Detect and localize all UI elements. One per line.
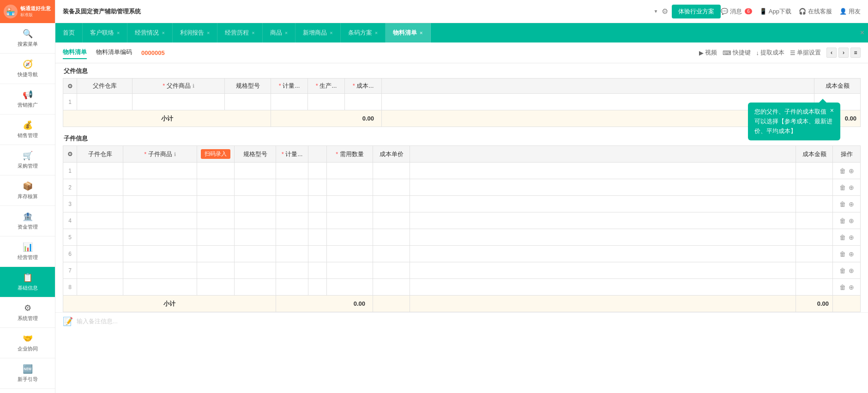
copy-icon[interactable]: ⊕ bbox=[849, 217, 854, 224]
child-row-8-unit[interactable] bbox=[276, 279, 308, 296]
sidebar-item-operations[interactable]: 📊 经营管理 bbox=[0, 236, 55, 267]
action-bill-settings[interactable]: ☰ 单据设置 bbox=[790, 48, 821, 57]
child-row-4-unit[interactable] bbox=[276, 212, 308, 229]
delete-icon[interactable]: 🗑 bbox=[839, 217, 846, 224]
nav-tab-customers[interactable]: 客户联络 × bbox=[83, 23, 127, 42]
parent-row-1-cost[interactable] bbox=[345, 94, 382, 110]
sidebar-item-inventory[interactable]: 📦 库存核算 bbox=[0, 175, 55, 206]
copy-icon[interactable]: ⊕ bbox=[849, 200, 854, 208]
child-row-3-spec[interactable] bbox=[235, 196, 276, 212]
child-row-6-spec[interactable] bbox=[235, 246, 276, 262]
copy-icon[interactable]: ⊕ bbox=[849, 267, 854, 274]
parent-row-1-warehouse[interactable] bbox=[77, 94, 133, 110]
child-row-8-product[interactable] bbox=[123, 279, 197, 296]
sidebar-item-system[interactable]: ⚙ 系统管理 bbox=[0, 297, 55, 328]
child-row-5-unit[interactable] bbox=[276, 229, 308, 246]
child-row-2-unit-cost[interactable] bbox=[373, 179, 410, 196]
child-row-3-qty[interactable] bbox=[327, 196, 373, 212]
child-row-7-product[interactable] bbox=[123, 262, 197, 279]
child-row-4-product[interactable] bbox=[123, 212, 197, 229]
child-row-1-spec[interactable] bbox=[235, 163, 276, 179]
settings-gear-icon[interactable]: ⚙ bbox=[662, 7, 668, 16]
parent-row-1-produce[interactable] bbox=[308, 94, 345, 110]
child-row-6-qty[interactable] bbox=[327, 246, 373, 262]
copy-icon[interactable]: ⊕ bbox=[849, 184, 854, 191]
child-row-2-product[interactable] bbox=[123, 179, 197, 196]
action-shortcut[interactable]: ⌨ 快捷键 bbox=[723, 48, 751, 57]
nav-tab-newgoods-close[interactable]: × bbox=[330, 30, 332, 36]
nav-tab-profit-close[interactable]: × bbox=[207, 30, 210, 36]
sidebar-item-guide[interactable]: 🆕 新手引导 bbox=[0, 358, 55, 389]
nav-tab-profit[interactable]: 利润报告 × bbox=[173, 23, 217, 42]
parent-col-settings[interactable]: ⚙ bbox=[63, 79, 77, 94]
copy-icon[interactable]: ⊕ bbox=[849, 250, 854, 258]
child-row-1-unit-cost[interactable] bbox=[373, 163, 410, 179]
nav-tab-history-close[interactable]: × bbox=[252, 30, 254, 36]
sub-tab-bom[interactable]: 物料清单 bbox=[63, 46, 87, 59]
child-row-2-unit[interactable] bbox=[276, 179, 308, 196]
delete-icon[interactable]: 🗑 bbox=[839, 284, 846, 291]
nav-tab-bom-close[interactable]: × bbox=[420, 30, 422, 36]
child-row-8-spec[interactable] bbox=[235, 279, 276, 296]
child-row-7-unit-cost[interactable] bbox=[373, 262, 410, 279]
sidebar-item-enterprise[interactable]: 🤝 企业协同 bbox=[0, 328, 55, 358]
child-row-4-warehouse[interactable] bbox=[77, 212, 123, 229]
child-row-7-spec[interactable] bbox=[235, 262, 276, 279]
child-row-3-unit-cost[interactable] bbox=[373, 196, 410, 212]
copy-icon[interactable]: ⊕ bbox=[849, 234, 854, 241]
nav-tab-history[interactable]: 经营历程 × bbox=[217, 23, 262, 42]
child-row-1-product[interactable] bbox=[123, 163, 197, 179]
delete-icon[interactable]: 🗑 bbox=[839, 267, 846, 274]
child-row-5-warehouse[interactable] bbox=[77, 229, 123, 246]
child-row-2-spec[interactable] bbox=[235, 179, 276, 196]
child-row-3-product[interactable] bbox=[123, 196, 197, 212]
tooltip-close-btn[interactable]: × bbox=[830, 107, 834, 114]
parent-row-1-unit[interactable] bbox=[271, 94, 308, 110]
system-title-arrow[interactable]: ▼ bbox=[653, 9, 658, 14]
child-row-4-qty[interactable] bbox=[327, 212, 373, 229]
copy-icon[interactable]: ⊕ bbox=[849, 167, 854, 175]
bottom-hint-text[interactable]: 输入备注信息... bbox=[77, 317, 118, 326]
sidebar-item-basic[interactable]: 📋 基础信息 bbox=[0, 267, 55, 297]
child-row-2-warehouse[interactable] bbox=[77, 179, 123, 196]
app-download-action[interactable]: 📱 App下载 bbox=[760, 7, 791, 16]
copy-icon[interactable]: ⊕ bbox=[849, 284, 854, 291]
child-row-6-unit[interactable] bbox=[276, 246, 308, 262]
child-row-6-product[interactable] bbox=[123, 246, 197, 262]
child-row-1-warehouse[interactable] bbox=[77, 163, 123, 179]
child-row-6-warehouse[interactable] bbox=[77, 246, 123, 262]
sidebar-item-quicknav[interactable]: 🧭 快捷导航 bbox=[0, 54, 55, 84]
sidebar-item-sales[interactable]: 💰 销售管理 bbox=[0, 115, 55, 145]
nav-tab-goods[interactable]: 商品 × bbox=[263, 23, 295, 42]
child-row-7-warehouse[interactable] bbox=[77, 262, 123, 279]
child-row-5-unit-cost[interactable] bbox=[373, 229, 410, 246]
delete-icon[interactable]: 🗑 bbox=[839, 184, 846, 191]
user-action[interactable]: 👤 用友 bbox=[839, 7, 861, 16]
parent-row-1-spec[interactable] bbox=[225, 94, 271, 110]
nav-tab-operations[interactable]: 经营情况 × bbox=[127, 23, 172, 42]
global-close-btn[interactable]: × bbox=[856, 29, 868, 37]
nav-tab-goods-close[interactable]: × bbox=[285, 30, 288, 36]
message-action[interactable]: 💬 消息 6 bbox=[721, 7, 752, 16]
nav-tab-newgoods[interactable]: 新增商品 × bbox=[295, 23, 340, 42]
scan-input-btn[interactable]: 扫码录入 bbox=[201, 149, 230, 159]
delete-icon[interactable]: 🗑 bbox=[839, 250, 846, 258]
nav-tab-bom[interactable]: 物料清单 × bbox=[386, 23, 430, 42]
sidebar-item-search[interactable]: 🔍 搜索菜单 bbox=[0, 23, 55, 54]
child-row-4-unit-cost[interactable] bbox=[373, 212, 410, 229]
nav-menu-btn[interactable]: ≡ bbox=[850, 48, 861, 58]
nav-tab-barcode[interactable]: 条码方案 × bbox=[341, 23, 386, 42]
child-row-5-qty[interactable] bbox=[327, 229, 373, 246]
action-video[interactable]: ▶ 视频 bbox=[699, 48, 717, 57]
child-row-8-warehouse[interactable] bbox=[77, 279, 123, 296]
nav-prev-btn[interactable]: ‹ bbox=[826, 48, 837, 58]
nav-tab-barcode-close[interactable]: × bbox=[375, 30, 378, 36]
child-row-1-unit[interactable] bbox=[276, 163, 308, 179]
delete-icon[interactable]: 🗑 bbox=[839, 167, 846, 175]
experience-button[interactable]: 体验行业方案 bbox=[672, 5, 721, 18]
child-row-4-spec[interactable] bbox=[235, 212, 276, 229]
child-row-5-product[interactable] bbox=[123, 229, 197, 246]
nav-tab-home[interactable]: 首页 bbox=[55, 23, 83, 42]
sidebar-item-purchase[interactable]: 🛒 采购管理 bbox=[0, 145, 55, 175]
child-row-3-unit[interactable] bbox=[276, 196, 308, 212]
